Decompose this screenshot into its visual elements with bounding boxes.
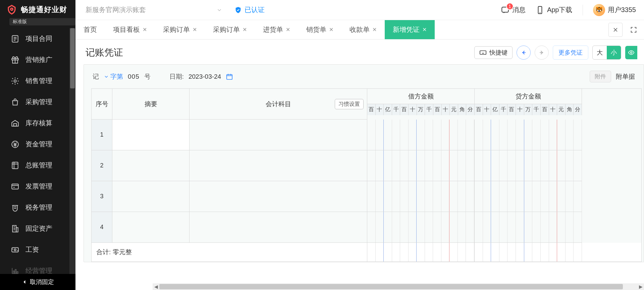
tab-3[interactable]: 采购订单✕ [205, 20, 255, 39]
tab-close-icon[interactable]: ✕ [243, 26, 247, 33]
yen-icon [11, 140, 19, 149]
sidebar-scrollbar-thumb[interactable] [70, 28, 75, 88]
size-small[interactable]: 小 [607, 46, 621, 59]
debit-cell[interactable] [367, 212, 475, 243]
svg-rect-18 [480, 51, 486, 55]
nav-item-asset[interactable]: 固定资产 [0, 218, 69, 239]
nav-item-marketing[interactable]: 营销推广 [0, 49, 69, 70]
tab-close-icon[interactable]: ✕ [143, 26, 147, 33]
size-big[interactable]: 大 [593, 46, 607, 59]
scroll-left-button[interactable]: ◀ [153, 283, 159, 290]
tab-close-icon[interactable]: ✕ [193, 26, 197, 33]
svg-rect-8 [12, 184, 18, 189]
col-account-label: 会计科目 [266, 100, 291, 108]
tab-close-icon[interactable]: ✕ [286, 26, 290, 33]
nav-item-inventory[interactable]: 库存核算 [0, 113, 69, 134]
user-menu[interactable]: 🐯 用户3355 [593, 4, 636, 16]
table-row: 2 [92, 150, 641, 181]
account-cell[interactable] [190, 181, 367, 212]
tab-5[interactable]: 销货单✕ [298, 20, 341, 39]
tab-label: 项目看板 [113, 25, 140, 34]
side-action-button[interactable] [625, 46, 637, 59]
close-all-tabs-button[interactable] [608, 23, 623, 37]
sidebar-scrollbar[interactable] [69, 28, 75, 274]
account-cell[interactable] [190, 120, 367, 150]
col-debit: 借方金额 [367, 89, 475, 104]
tax-icon [11, 203, 19, 212]
voucher-word-selector[interactable]: 字第 [104, 72, 123, 81]
debit-cell[interactable] [367, 120, 475, 150]
credit-cell[interactable] [475, 120, 582, 150]
app-download-button[interactable]: App下载 [536, 5, 573, 14]
eye-icon [628, 49, 635, 56]
credit-cell[interactable] [475, 181, 582, 212]
next-voucher-button[interactable] [535, 46, 549, 60]
prev-voucher-button[interactable] [517, 46, 531, 60]
digit-head: 百 [475, 104, 483, 115]
nav-item-fund[interactable]: 资金管理 [0, 134, 69, 155]
grid-total-row: 合计: 零元整 [92, 243, 641, 262]
account-selector[interactable]: 新服务官网演示账套 [84, 5, 224, 14]
hotkey-button[interactable]: 快捷键 [474, 46, 513, 59]
tab-4[interactable]: 进货单✕ [255, 20, 298, 39]
sidebar: 畅捷通好业财 标准版 项目合同 营销推广 销售管理 采购管理 [0, 0, 75, 290]
unpin-sidebar-button[interactable]: 取消固定 [0, 274, 75, 290]
shield-icon [234, 6, 242, 14]
nav-item-operation[interactable]: 经营管理 [0, 260, 69, 274]
nav-item-project-contract[interactable]: 项目合同 [0, 28, 69, 49]
tab-close-icon[interactable]: ✕ [372, 26, 377, 33]
word-suffix: 号 [144, 72, 151, 81]
nav-item-invoice[interactable]: 发票管理 [0, 176, 69, 197]
table-row: 1 [92, 120, 641, 150]
tab-0[interactable]: 首页 [75, 20, 105, 39]
warehouse-icon [11, 119, 19, 128]
tab-1[interactable]: 项目看板✕ [105, 20, 155, 39]
nav-item-ledger[interactable]: 总账管理 [0, 155, 69, 176]
habit-settings-button[interactable]: 习惯设置 [335, 99, 364, 109]
summary-cell[interactable] [112, 120, 190, 150]
nav-item-purchase[interactable]: 采购管理 [0, 91, 69, 113]
page: 记账凭证 快捷键 更多凭证 [75, 40, 644, 290]
calendar-icon[interactable] [226, 73, 233, 80]
brand-name: 畅捷通好业财 [21, 5, 67, 15]
more-vouchers-button[interactable]: 更多凭证 [553, 46, 588, 60]
voucher-number-input[interactable]: 005 [128, 73, 140, 80]
svg-rect-14 [15, 269, 16, 274]
table-row: 3 [92, 181, 641, 212]
nav-item-tax[interactable]: 税务管理 [0, 197, 69, 218]
credit-cell[interactable] [475, 212, 582, 243]
message-button[interactable]: 1 消息 [501, 5, 526, 14]
scroll-thumb[interactable] [159, 284, 623, 289]
summary-cell[interactable] [112, 181, 190, 212]
account-cell[interactable] [190, 150, 367, 181]
scroll-track[interactable] [159, 283, 637, 290]
tab-6[interactable]: 收款单✕ [341, 20, 385, 39]
account-cell[interactable] [190, 212, 367, 243]
topbar: 新服务官网演示账套 已认证 1 消息 App下载 🐯 用户3355 [75, 0, 644, 20]
attachment-button[interactable]: 附件 [590, 71, 611, 82]
tab-close-icon[interactable]: ✕ [422, 26, 427, 33]
nav-item-salary[interactable]: 工资 [0, 239, 69, 260]
digit-head: 百 [400, 104, 409, 115]
tab-7[interactable]: 新增凭证✕ [385, 20, 435, 39]
scroll-right-button[interactable]: ▶ [637, 283, 644, 290]
debit-cell[interactable] [367, 150, 475, 181]
summary-cell[interactable] [112, 212, 190, 243]
fullscreen-button[interactable] [627, 23, 641, 37]
nav-label: 固定资产 [25, 224, 52, 233]
debit-cell[interactable] [367, 181, 475, 212]
more-label: 更多凭证 [558, 49, 583, 56]
nav-label: 资金管理 [25, 140, 52, 149]
date-value[interactable]: 2023-03-24 [189, 73, 221, 80]
size-toggle[interactable]: 大 小 [592, 46, 621, 60]
verified-badge: 已认证 [234, 5, 265, 14]
svg-point-0 [11, 8, 13, 10]
tab-close-icon[interactable]: ✕ [329, 26, 333, 33]
summary-cell[interactable] [112, 150, 190, 181]
nav-item-sales[interactable]: 销售管理 [0, 70, 69, 91]
digit-head: 百 [367, 104, 376, 115]
tab-2[interactable]: 采购订单✕ [155, 20, 205, 39]
close-icon [612, 26, 619, 33]
horizontal-scrollbar[interactable]: ◀ ▶ [153, 283, 644, 290]
credit-cell[interactable] [475, 150, 582, 181]
